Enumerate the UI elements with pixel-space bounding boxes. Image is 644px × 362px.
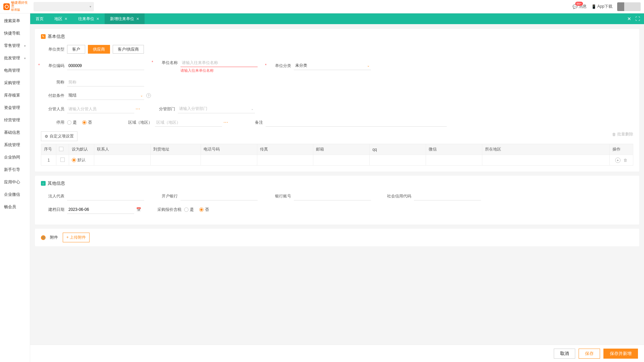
payterm-select[interactable]: 现结 ⌄	[67, 91, 144, 100]
col-checkbox	[56, 144, 69, 155]
legal-label: 法人代表	[41, 193, 64, 199]
unit-code-input[interactable]	[67, 61, 144, 70]
unit-class-select[interactable]: 未分类 ⌄	[294, 61, 371, 70]
gear-icon: ⚙	[45, 134, 48, 139]
sidebar-item-14[interactable]: 企业微信	[0, 188, 30, 201]
col-loc: 所在地区	[482, 144, 610, 155]
batch-delete-button[interactable]: 🗑 批量删除	[612, 131, 633, 137]
bank-input[interactable]	[180, 192, 258, 200]
sidebar-item-0[interactable]: 搜索菜单	[0, 15, 30, 27]
sidebar-item-15[interactable]: 畅会员	[0, 201, 30, 213]
shortname-input[interactable]	[67, 78, 144, 86]
other-info-panel: ⌂ 其他信息 法人代表 开户银行 银行账号	[35, 176, 639, 225]
unit-type-supplier[interactable]: 供应商	[88, 45, 110, 54]
app-download-label: App下载	[597, 4, 612, 9]
sidebar-item-6[interactable]: 库存核算	[0, 89, 30, 102]
caret-down-icon: ▾	[24, 44, 26, 48]
unit-name-input[interactable]	[180, 58, 258, 67]
cell-contact[interactable]	[94, 155, 151, 166]
sidebar-item-4[interactable]: 电商管理	[0, 64, 30, 77]
row-delete-button[interactable]: 🗑	[624, 158, 628, 163]
unit-type-both[interactable]: 客户/供应商	[113, 45, 144, 54]
logo-subtext: 标准版	[11, 8, 30, 12]
tax-no-radio[interactable]: 否	[199, 207, 209, 213]
section-icon: ⌂	[41, 181, 46, 186]
contacts-table: 序号 设为默认 联系人 到货地址 电话号码 传真 邮箱 qq 微信 所在地区	[41, 144, 633, 166]
org-selector[interactable]: ▾	[34, 2, 94, 11]
stop-yes-radio[interactable]: 是	[67, 120, 77, 125]
sidebar-item-7[interactable]: 资金管理	[0, 102, 30, 114]
tab-1[interactable]: 地区✕	[49, 13, 73, 24]
dept-placeholder: 请输入分管部门	[179, 106, 207, 112]
col-phone: 电话号码	[201, 144, 257, 155]
cell-wechat[interactable]	[426, 155, 482, 166]
close-icon[interactable]: ✕	[136, 17, 139, 21]
sidebar-item-1[interactable]: 快捷导航	[0, 27, 30, 40]
dept-select[interactable]: 请输入分管部门 ⌄	[178, 105, 255, 113]
cell-addr[interactable]	[150, 155, 201, 166]
user-avatar[interactable]	[617, 2, 641, 11]
unit-type-label: 单位类型	[41, 47, 64, 52]
sidebar-item-8[interactable]: 经营管理	[0, 114, 30, 126]
checkbox-all[interactable]	[59, 147, 63, 151]
sidebar-item-5[interactable]: 采购管理	[0, 77, 30, 89]
cell-qq[interactable]	[370, 155, 426, 166]
close-all-tabs-button[interactable]: ✕	[627, 16, 631, 21]
cancel-button[interactable]: 取消	[554, 349, 575, 359]
chevron-down-icon: ⌄	[140, 94, 143, 97]
col-seq: 序号	[41, 144, 56, 155]
region-label: 区域（地区）	[122, 120, 152, 125]
chevron-down-icon: ⌄	[367, 64, 370, 67]
upload-attachment-button[interactable]: + 上传附件	[63, 233, 90, 242]
save-and-new-button[interactable]: 保存并新增	[603, 349, 638, 359]
help-icon[interactable]: ?	[146, 93, 151, 98]
manager-picker-icon[interactable]: ⋯	[134, 106, 142, 112]
sidebar-item-11[interactable]: 企业协同	[0, 151, 30, 164]
unit-type-customer[interactable]: 客户	[67, 45, 85, 54]
account-input[interactable]	[294, 192, 371, 200]
sidebar-item-3[interactable]: 批发管理▾	[0, 52, 30, 64]
filedate-input[interactable]	[67, 205, 134, 214]
save-button[interactable]: 保存	[579, 349, 600, 359]
messages-button[interactable]: 💬 消息 99+	[573, 4, 587, 9]
sidebar-item-10[interactable]: 系统管理	[0, 139, 30, 151]
credit-input[interactable]	[414, 192, 481, 200]
remark-input[interactable]	[266, 118, 447, 127]
cell-phone[interactable]	[201, 155, 257, 166]
close-icon[interactable]: ✕	[96, 17, 99, 21]
sidebar-item-12[interactable]: 新手引导	[0, 164, 30, 176]
tab-0[interactable]: 首页	[30, 13, 49, 24]
filedate-label: 建档日期	[41, 207, 64, 213]
sidebar-item-9[interactable]: 基础信息	[0, 126, 30, 139]
cell-email[interactable]	[313, 155, 370, 166]
sidebar-item-2[interactable]: 零售管理▾	[0, 40, 30, 52]
calendar-icon[interactable]: 📅	[136, 207, 141, 212]
manager-input[interactable]	[67, 105, 134, 113]
col-contact: 联系人	[94, 144, 151, 155]
region-input[interactable]	[155, 118, 222, 127]
stop-no-radio[interactable]: 否	[82, 120, 92, 125]
close-icon[interactable]: ✕	[64, 17, 67, 21]
app-download-button[interactable]: 📱 App下载	[591, 4, 612, 9]
tab-bar: 首页地区✕往来单位✕新增往来单位✕ ✕ ⛶	[30, 13, 644, 24]
row-checkbox[interactable]	[60, 158, 65, 162]
row-default-radio[interactable]: 默认	[72, 157, 91, 163]
tax-yes-radio[interactable]: 是	[184, 207, 194, 213]
caret-down-icon: ▾	[24, 57, 26, 60]
fullscreen-button[interactable]: ⛶	[635, 16, 640, 21]
unit-name-error: 请输入往来单位名称	[180, 68, 258, 73]
trash-icon: 🗑	[612, 132, 616, 137]
custom-fields-button[interactable]: ⚙ 自定义项设置	[41, 131, 77, 141]
region-picker-icon[interactable]: ⋯	[222, 120, 229, 125]
cell-fax[interactable]	[257, 155, 313, 166]
legal-input[interactable]	[67, 192, 144, 200]
footer-actions: 取消 保存 保存并新增	[30, 345, 644, 362]
tab-2[interactable]: 往来单位✕	[73, 13, 105, 24]
col-qq: qq	[370, 144, 426, 155]
row-add-button[interactable]: +	[615, 158, 621, 163]
tab-3[interactable]: 新增往来单位✕	[105, 13, 145, 24]
dept-label: 分管部门	[152, 106, 175, 112]
cell-loc[interactable]	[482, 155, 610, 166]
sidebar-item-13[interactable]: 应用中心	[0, 176, 30, 188]
top-header: 畅捷通好生意 标准版 ▾ 💬 消息 99+ 📱 App下载	[0, 0, 644, 13]
